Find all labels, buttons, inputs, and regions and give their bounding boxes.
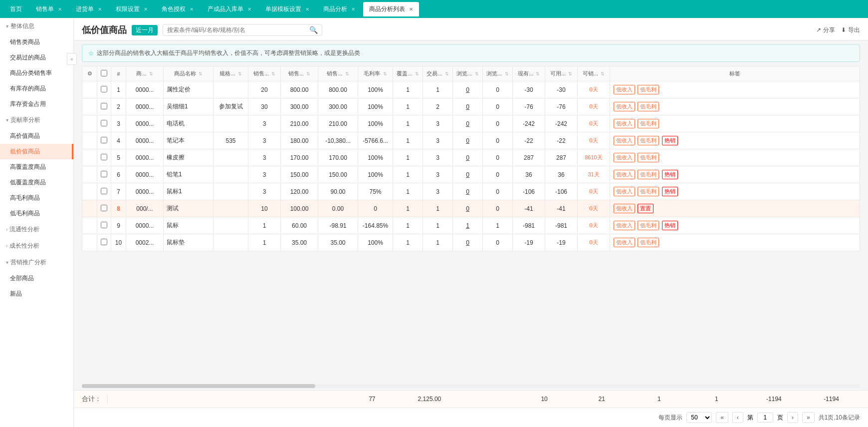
col-current-stock[interactable]: 现有... ⇅ [513, 66, 545, 81]
sidebar-item-new-goods[interactable]: 新品 [0, 286, 73, 302]
sidebar-item-all-goods[interactable]: 全部商品 [0, 271, 73, 286]
views1-link[interactable]: 1 [466, 222, 469, 229]
nav-home[interactable]: 首页 [4, 2, 28, 16]
col-sales-qty[interactable]: 销售... ⇅ [248, 66, 281, 81]
first-page-button[interactable]: « [716, 412, 728, 423]
row-views1[interactable]: 1 [453, 217, 483, 234]
row-checkbox[interactable] [97, 98, 111, 115]
close-icon[interactable]: ✕ [190, 6, 194, 12]
filter-tag-recent-month[interactable]: 近一月 [132, 25, 158, 35]
export-button[interactable]: ⬇ 导出 [841, 26, 860, 34]
sidebar-item-low-coverage[interactable]: 低覆盖度商品 [0, 175, 73, 190]
search-input[interactable] [167, 26, 306, 33]
col-code[interactable]: 商... ⇅ [126, 66, 164, 81]
close-icon[interactable]: ✕ [247, 6, 251, 12]
col-sales-price[interactable]: 销售... ⇅ [281, 66, 318, 81]
nav-product-analysis-list[interactable]: 商品分析列表 ✕ [363, 2, 419, 16]
sidebar-item-high-value[interactable]: 高价值商品 [0, 128, 73, 144]
row-views1[interactable]: 0 [453, 115, 483, 132]
sidebar-group-flow[interactable]: › 流通性分析 [0, 221, 73, 238]
row-views1[interactable]: 0 [453, 81, 483, 98]
row-checkbox[interactable] [97, 166, 111, 183]
close-icon[interactable]: ✕ [58, 6, 62, 12]
col-sellable[interactable]: 可销... ⇅ [578, 66, 610, 81]
row-views1[interactable]: 0 [453, 98, 483, 115]
sidebar-item-low-margin[interactable]: 低毛利商品 [0, 206, 73, 221]
row-views1[interactable]: 0 [453, 200, 483, 217]
close-icon[interactable]: ✕ [409, 6, 413, 12]
close-icon[interactable]: ✕ [351, 6, 355, 12]
sidebar-item-traded-goods[interactable]: 交易过的商品 [0, 50, 73, 65]
search-icon[interactable]: 🔍 [309, 26, 318, 34]
row-select-checkbox[interactable] [101, 171, 107, 177]
nav-permission[interactable]: 权限设置 ✕ [110, 2, 154, 16]
views1-link[interactable]: 0 [466, 188, 469, 195]
row-select-checkbox[interactable] [101, 222, 107, 228]
sidebar-group-growth[interactable]: › 成长性分析 [0, 238, 73, 254]
close-icon[interactable]: ✕ [144, 6, 148, 12]
page-input[interactable] [757, 413, 773, 423]
col-transactions[interactable]: 交易... ⇅ [423, 66, 453, 81]
last-page-button[interactable]: » [802, 412, 815, 423]
col-available[interactable]: 可用... ⇅ [545, 66, 578, 81]
views1-link[interactable]: 0 [466, 171, 469, 178]
row-select-checkbox[interactable] [101, 103, 107, 109]
sidebar-group-marketing[interactable]: ▾ 营销推广分析 [0, 254, 73, 271]
col-spec[interactable]: 规格... ⇅ [214, 66, 248, 81]
col-views1[interactable]: 浏览... ⇅ [453, 66, 483, 81]
row-views1[interactable]: 0 [453, 132, 483, 149]
sidebar-item-stock-goods[interactable]: 有库存的商品 [0, 81, 73, 96]
row-select-checkbox[interactable] [101, 205, 107, 211]
views1-link[interactable]: 0 [466, 239, 469, 246]
row-select-checkbox[interactable] [101, 86, 107, 92]
row-checkbox[interactable] [97, 234, 111, 251]
views1-link[interactable]: 0 [466, 154, 469, 161]
col-sales-amount[interactable]: 销售... ⇅ [318, 66, 358, 81]
col-name[interactable]: 商品名称 ⇅ [164, 66, 214, 81]
row-select-checkbox[interactable] [101, 120, 107, 126]
nav-product-analysis[interactable]: 商品分析 ✕ [317, 2, 361, 16]
row-checkbox[interactable] [97, 183, 111, 200]
views1-link[interactable]: 0 [466, 120, 469, 127]
row-checkbox[interactable] [97, 132, 111, 149]
row-select-checkbox[interactable] [101, 137, 107, 143]
views1-link[interactable]: 0 [466, 86, 469, 93]
share-button[interactable]: ↗ 分享 [816, 26, 835, 34]
row-views1[interactable]: 0 [453, 166, 483, 183]
close-icon[interactable]: ✕ [98, 6, 102, 12]
sidebar-item-category-sales-rate[interactable]: 商品分类销售率 [0, 65, 73, 81]
row-select-checkbox[interactable] [101, 239, 107, 245]
page-size-select[interactable]: 50 100 200 [686, 412, 712, 423]
next-page-button[interactable]: › [787, 412, 798, 423]
col-gross-margin[interactable]: 毛利率 ⇅ [358, 66, 393, 81]
col-coverage[interactable]: 覆盖... ⇅ [393, 66, 423, 81]
views1-link[interactable]: 0 [466, 205, 469, 212]
scroll-indicator[interactable] [82, 384, 860, 388]
row-select-checkbox[interactable] [101, 154, 107, 160]
table-wrapper[interactable]: ⚙ # 商... ⇅ 商品名称 ⇅ 规格... ⇅ 销售... ⇅ 销售... … [74, 66, 868, 384]
row-checkbox[interactable] [97, 81, 111, 98]
prev-page-button[interactable]: ‹ [732, 412, 743, 423]
select-all-checkbox[interactable] [101, 70, 107, 76]
views1-link[interactable]: 0 [466, 103, 469, 110]
row-views1[interactable]: 0 [453, 149, 483, 166]
row-select-checkbox[interactable] [101, 188, 107, 194]
nav-sales[interactable]: 销售单 ✕ [30, 2, 68, 16]
row-checkbox[interactable] [97, 149, 111, 166]
nav-role[interactable]: 角色授权 ✕ [156, 2, 200, 16]
nav-template[interactable]: 单据模板设置 ✕ [259, 2, 315, 16]
sidebar-group-overall[interactable]: ▾ 整体信息 [0, 18, 73, 34]
sidebar-collapse-button[interactable]: « [67, 53, 77, 65]
row-views1[interactable]: 0 [453, 234, 483, 251]
close-icon[interactable]: ✕ [305, 6, 309, 12]
sidebar-item-stock-capital[interactable]: 库存资金占用 [0, 96, 73, 112]
row-checkbox[interactable] [97, 200, 111, 217]
nav-purchase[interactable]: 进货单 ✕ [70, 2, 108, 16]
row-checkbox[interactable] [97, 217, 111, 234]
views1-link[interactable]: 0 [466, 137, 469, 144]
row-views1[interactable]: 0 [453, 183, 483, 200]
sidebar-item-high-coverage[interactable]: 高覆盖度商品 [0, 159, 73, 175]
sidebar-item-high-margin[interactable]: 高毛利商品 [0, 190, 73, 206]
sidebar-item-low-value[interactable]: 低价值商品 [0, 144, 73, 159]
col-views2[interactable]: 浏览... ⇅ [483, 66, 513, 81]
